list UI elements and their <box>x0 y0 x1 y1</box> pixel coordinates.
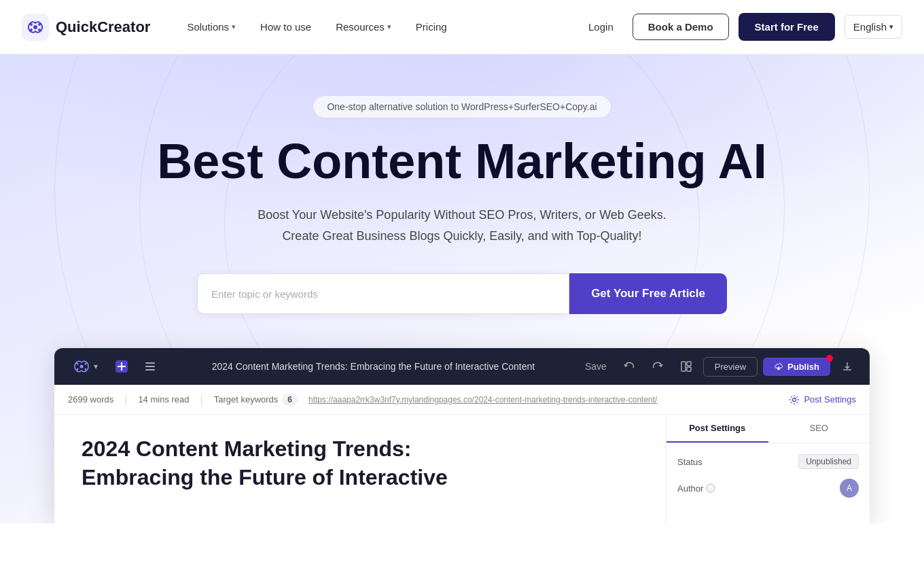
hero-title: Best Content Marketing AI <box>157 135 766 188</box>
svg-point-4 <box>30 29 33 31</box>
svg-point-3 <box>38 23 41 26</box>
toolbar-save-button[interactable]: Save <box>585 361 607 372</box>
svg-point-1 <box>33 25 37 29</box>
svg-rect-17 <box>681 362 686 371</box>
toolbar-add-button[interactable] <box>110 355 133 378</box>
svg-rect-15 <box>145 366 155 367</box>
keywords-count-badge: 6 <box>282 394 298 406</box>
chevron-down-icon: ▾ <box>387 22 391 31</box>
logo-icon <box>22 14 49 41</box>
chevron-down-icon: ▾ <box>232 22 236 31</box>
author-avatar: A <box>840 479 859 498</box>
toolbar-publish-button[interactable]: Publish <box>763 358 830 376</box>
hero-form: Get Your Free Article <box>197 273 727 314</box>
nav-solutions-label: Solutions <box>187 21 229 33</box>
info-icon: i <box>706 483 715 493</box>
nav-link-pricing[interactable]: Pricing <box>406 16 457 38</box>
start-free-button[interactable]: Start for Free <box>739 13 835 41</box>
svg-point-8 <box>85 363 87 365</box>
svg-point-9 <box>77 368 79 371</box>
download-icon <box>841 360 853 373</box>
toolbar-chevron-icon: ▾ <box>94 362 98 371</box>
editor-body: 2024 Content Marketing Trends: Embracing… <box>54 415 870 523</box>
nav-links: Solutions ▾ How to use Resources ▾ Prici… <box>177 16 579 38</box>
redo-icon <box>652 360 664 373</box>
svg-rect-19 <box>687 367 691 371</box>
toolbar-preview-button[interactable]: Preview <box>703 357 758 377</box>
editor-content-area[interactable]: 2024 Content Marketing Trends: Embracing… <box>54 415 666 523</box>
login-button[interactable]: Login <box>579 16 623 38</box>
hero-section: One-stop alternative solution to WordPre… <box>0 54 924 523</box>
undo-icon <box>623 360 635 373</box>
hero-badge: One-stop alternative solution to WordPre… <box>313 95 611 118</box>
nav-link-how-to-use[interactable]: How to use <box>251 16 321 38</box>
toolbar-layout-button[interactable] <box>675 355 698 378</box>
toolbar-redo-button[interactable] <box>646 355 669 378</box>
publish-notification-dot <box>826 355 833 362</box>
language-selector[interactable]: English ▾ <box>845 15 902 39</box>
status-label: Status <box>677 457 703 467</box>
target-keywords: Target keywords 6 <box>214 394 298 406</box>
editor-card: ▾ 2024 Content Marketing Trends: Embraci… <box>54 348 870 523</box>
settings-icon <box>789 394 800 405</box>
author-row: Author i A <box>677 479 859 498</box>
status-value: Unpublished <box>798 454 859 469</box>
toolbar-list-button[interactable] <box>139 355 162 378</box>
logo-text: QuickCreator <box>56 18 150 36</box>
navbar: QuickCreator Solutions ▾ How to use Reso… <box>0 0 924 54</box>
sidebar-content: Status Unpublished Author i A <box>667 443 870 518</box>
nav-link-solutions[interactable]: Solutions ▾ <box>177 16 245 38</box>
svg-point-7 <box>77 363 79 365</box>
svg-point-10 <box>85 368 87 371</box>
svg-point-2 <box>30 23 33 26</box>
post-settings-label: Post Settings <box>804 394 856 405</box>
chevron-down-icon: ▾ <box>889 22 893 31</box>
plus-icon <box>116 360 128 373</box>
logo-link[interactable]: QuickCreator <box>22 14 150 41</box>
cloud-icon <box>774 362 783 371</box>
svg-rect-14 <box>145 362 155 364</box>
toolbar-undo-button[interactable] <box>618 355 641 378</box>
svg-text:i: i <box>710 486 711 492</box>
author-label: Author i <box>677 483 715 494</box>
editor-settings-sidebar: Post Settings SEO Status Unpublished Aut… <box>666 415 870 523</box>
meta-separator-1: | <box>124 394 127 406</box>
layout-icon <box>680 360 692 373</box>
word-count: 2699 words <box>68 394 113 405</box>
svg-point-6 <box>80 365 84 368</box>
sidebar-tabs: Post Settings SEO <box>667 415 870 443</box>
svg-rect-16 <box>145 369 155 371</box>
svg-point-5 <box>38 29 41 31</box>
topic-input[interactable] <box>197 273 569 314</box>
svg-point-20 <box>793 398 796 401</box>
post-settings-button[interactable]: Post Settings <box>789 394 856 405</box>
list-icon <box>144 360 156 373</box>
nav-howtouse-label: How to use <box>260 21 311 33</box>
editor-toolbar: ▾ 2024 Content Marketing Trends: Embraci… <box>54 348 870 385</box>
meta-separator-2: | <box>200 394 203 406</box>
toolbar-download-button[interactable] <box>836 355 859 378</box>
tab-seo[interactable]: SEO <box>768 415 870 443</box>
hero-subtitle: Boost Your Website's Popularity Without … <box>257 205 667 246</box>
editor-document-title: 2024 Content Marketing Trends: Embracing… <box>167 361 580 372</box>
nav-resources-label: Resources <box>336 21 385 33</box>
language-label: English <box>853 21 887 33</box>
hero-subtitle-line1: Boost Your Website's Popularity Without … <box>257 208 667 222</box>
read-time: 14 mins read <box>138 394 189 405</box>
toolbar-logo-icon <box>72 357 91 376</box>
editor-meta-bar: 2699 words | 14 mins read | Target keywo… <box>54 385 870 415</box>
nav-right: Login Book a Demo Start for Free English… <box>579 13 902 41</box>
hero-subtitle-line2: Create Great Business Blogs Quickly, Eas… <box>282 229 641 243</box>
tab-post-settings[interactable]: Post Settings <box>667 415 768 443</box>
target-keywords-label: Target keywords <box>214 394 279 405</box>
toolbar-logo-button[interactable]: ▾ <box>65 353 105 380</box>
nav-pricing-label: Pricing <box>416 21 447 33</box>
status-row: Status Unpublished <box>677 454 859 469</box>
book-demo-button[interactable]: Book a Demo <box>633 14 729 40</box>
post-url[interactable]: https://aaapa2rrk3w3nf7y.mylandingpages.… <box>308 395 778 405</box>
get-free-article-button[interactable]: Get Your Free Article <box>569 273 727 314</box>
svg-rect-18 <box>687 362 691 366</box>
nav-link-resources[interactable]: Resources ▾ <box>326 16 401 38</box>
article-title: 2024 Content Marketing Trends: Embracing… <box>82 435 639 492</box>
